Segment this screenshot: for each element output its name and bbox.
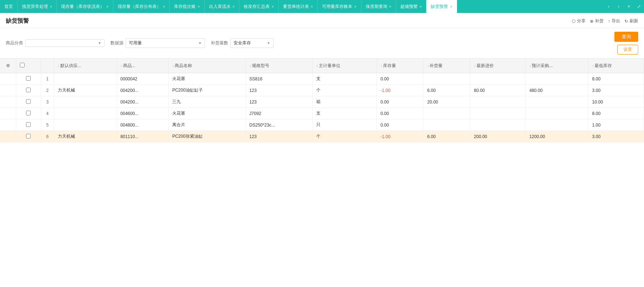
tab-close-icon-9[interactable]: ×	[389, 4, 391, 9]
select-all-checkbox[interactable]	[20, 63, 25, 67]
settings-icon[interactable]: ⚙	[4, 61, 12, 70]
row-number: 1	[41, 73, 54, 85]
row-unit: 只	[313, 119, 377, 131]
row-min-stock: 10.00	[588, 96, 644, 108]
row-checkbox[interactable]	[26, 122, 31, 127]
row-checkbox[interactable]	[26, 76, 31, 81]
tab-item-5[interactable]: 出入库流水×	[205, 0, 239, 13]
tab-close-all-btn[interactable]: ×	[624, 0, 634, 13]
replenish-basis-select[interactable]: 安全库存 ▼	[230, 38, 274, 48]
tab-item-11[interactable]: 缺货预警×	[426, 0, 457, 13]
tab-item-6[interactable]: 收发存汇总表×	[239, 0, 278, 13]
table-row: 3 004200... 三九 123 箱 0.00 20.00 10.00	[0, 96, 644, 108]
row-settings-cell	[0, 85, 16, 96]
tab-close-icon-7[interactable]: ×	[311, 4, 313, 9]
row-default-supplier: 力天机械	[54, 131, 117, 142]
row-stock-qty: 0.00	[377, 108, 423, 119]
tab-close-icon-1[interactable]: ×	[50, 4, 52, 9]
row-checkbox-cell[interactable]	[16, 73, 41, 85]
tab-item-9[interactable]: 保质期查询×	[361, 0, 396, 13]
tab-item-4[interactable]: 库存批次账×	[170, 0, 204, 13]
export-button[interactable]: ↑ 导出	[608, 18, 620, 24]
th-spec: ↕规格型号	[245, 58, 312, 73]
row-checkbox-cell[interactable]	[16, 108, 41, 119]
th-product-code: ↕商品...	[117, 58, 169, 73]
th-estimated-purchase: ↕预计采购...	[526, 58, 588, 73]
row-number: 5	[41, 119, 54, 131]
row-estimated-purchase	[526, 119, 588, 131]
row-unit: 支	[313, 73, 377, 85]
table-row: 4 004600... 火花塞 J7092 支 0.00 8.00	[0, 108, 644, 119]
row-replenish-qty: 20.00	[423, 96, 470, 108]
tab-close-icon-5[interactable]: ×	[232, 4, 235, 9]
tab-prev-btn[interactable]: ‹	[604, 0, 614, 13]
tab-item-0[interactable]: 首页	[0, 0, 18, 13]
datasource-select[interactable]: 可用量 ▼	[126, 38, 205, 48]
th-row-num	[41, 58, 54, 73]
row-replenish-qty	[423, 73, 470, 85]
row-stock-qty: -1.00	[377, 85, 423, 96]
main-content: 缺货预警 ⬡ 分享 ⊕ 补货 ↑ 导出 ↻ 刷新 商品分类	[0, 13, 644, 287]
th-replenish-qty: ↕补货量	[423, 58, 470, 73]
row-product-name: 离合片	[169, 119, 246, 131]
row-default-supplier	[54, 119, 117, 131]
tab-close-icon-3[interactable]: ×	[163, 4, 165, 9]
row-latest-price	[470, 96, 526, 108]
row-default-supplier	[54, 73, 117, 85]
row-checkbox[interactable]	[26, 111, 31, 115]
tab-close-icon-10[interactable]: ×	[419, 4, 422, 9]
row-checkbox[interactable]	[26, 88, 31, 92]
tab-close-icon-11[interactable]: ×	[450, 4, 452, 9]
th-min-stock: ↕最低库存	[588, 58, 644, 73]
row-latest-price	[470, 108, 526, 119]
row-product-code: 004200...	[117, 85, 169, 96]
row-product-code: 004200...	[117, 96, 169, 108]
row-checkbox-cell[interactable]	[16, 96, 41, 108]
row-product-code: 004600...	[117, 108, 169, 119]
row-spec: 123	[245, 96, 312, 108]
row-product-name: PC200油缸缸子	[169, 85, 246, 96]
row-estimated-purchase: 480.00	[526, 85, 588, 96]
settings-button[interactable]: 设置	[617, 45, 638, 54]
query-button[interactable]: 查询	[614, 32, 638, 42]
refresh-button[interactable]: ↻ 刷新	[625, 18, 638, 24]
row-default-supplier	[54, 96, 117, 108]
replenish-basis-label: 补货基数	[211, 40, 228, 46]
row-checkbox-cell[interactable]	[16, 131, 41, 142]
share-icon: ⬡	[572, 19, 575, 24]
share-button[interactable]: ⬡ 分享	[572, 18, 586, 24]
tab-item-1[interactable]: 拣货异常处理×	[18, 0, 57, 13]
row-number: 6	[41, 131, 54, 142]
tab-close-icon-6[interactable]: ×	[271, 4, 274, 9]
tab-close-icon-4[interactable]: ×	[197, 4, 200, 9]
row-checkbox[interactable]	[26, 134, 31, 138]
row-checkbox-cell[interactable]	[16, 85, 41, 96]
tab-close-icon-8[interactable]: ×	[354, 4, 356, 9]
filter-row: 商品分类 ▼ 数据源 可用量 ▼ 补货基数 安全库存 ▼ 查询 设置	[0, 28, 644, 58]
table-row: 5 004800... 离合片 DS250*23c... 只 0.00 1.00	[0, 119, 644, 131]
category-label: 商品分类	[6, 40, 23, 46]
tab-item-3[interactable]: 现存量（库存分布表）×	[113, 0, 170, 13]
row-settings-cell	[0, 119, 16, 131]
row-estimated-purchase	[526, 96, 588, 108]
row-product-name: 火花塞	[169, 73, 246, 85]
category-select[interactable]: ▼	[25, 39, 105, 47]
tab-item-2[interactable]: 现存量（库存状况表）×	[57, 0, 113, 13]
row-checkbox[interactable]	[26, 99, 31, 104]
row-replenish-qty: 6.00	[423, 131, 470, 142]
tab-close-icon-2[interactable]: ×	[106, 4, 108, 9]
table-container: ⚙ ↕默认供应... ↕商品... ↕商品名称 ↕规格型号 ↕主计量单位 ↕库存…	[0, 58, 644, 142]
tab-item-7[interactable]: 要货单统计表×	[279, 0, 318, 13]
replenish-button[interactable]: ⊕ 补货	[590, 18, 604, 24]
row-stock-qty: 0.00	[377, 96, 423, 108]
row-latest-price	[470, 73, 526, 85]
th-settings[interactable]: ⚙	[0, 58, 16, 73]
tab-item-8[interactable]: 可用量库存账本×	[318, 0, 361, 13]
row-settings-cell	[0, 73, 16, 85]
row-checkbox-cell[interactable]	[16, 119, 41, 131]
tab-maximize-btn[interactable]: ⤢	[634, 0, 644, 13]
tab-next-btn[interactable]: ›	[614, 0, 624, 13]
header-actions: ⬡ 分享 ⊕ 补货 ↑ 导出 ↻ 刷新	[572, 18, 638, 24]
th-stock-qty: ↕库存量	[377, 58, 423, 73]
tab-item-10[interactable]: 超储预警×	[396, 0, 426, 13]
